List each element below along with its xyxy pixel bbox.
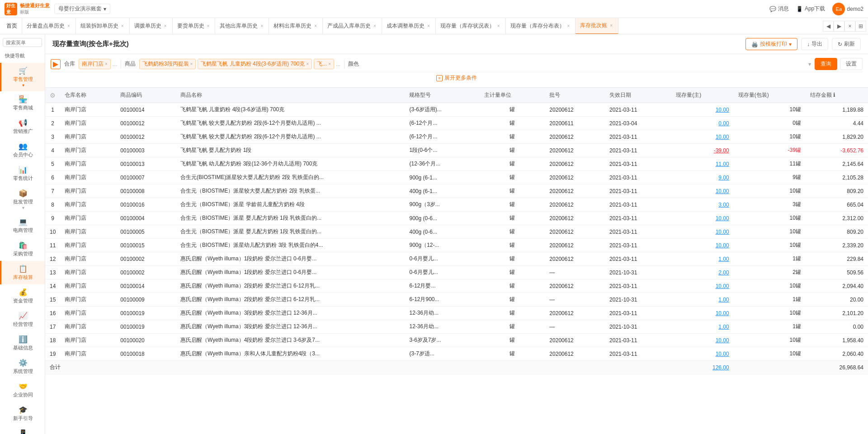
row-warehouse: 南岸门店	[60, 307, 116, 320]
sidebar-item-basic-info[interactable]: ℹ️ 基础信息	[0, 331, 45, 355]
tab-8[interactable]: 成本调整单历史 ×	[382, 18, 436, 34]
sidebar-item-retail-stats[interactable]: 📊 零售统计	[0, 162, 45, 185]
filter-expand-arrow[interactable]: ▶	[51, 59, 61, 69]
retail-stats-icon: 📊	[4, 165, 42, 174]
row-qty-main: 10.00	[671, 307, 733, 320]
row-code: 00100009	[116, 293, 176, 307]
sidebar-item-system[interactable]: ⚙️ 系统管理	[0, 355, 45, 378]
warehouse-tag-1[interactable]: 南岸门店 ×	[79, 59, 111, 69]
warehouse-tag-1-remove[interactable]: ×	[105, 61, 108, 66]
row-code: 00100020	[116, 334, 176, 347]
tab-home[interactable]: 首页	[2, 18, 22, 34]
sidebar-item-finance[interactable]: 💰 资金管理	[0, 284, 45, 308]
row-batch: 20200612	[545, 347, 605, 361]
row-amount: 2,312.00	[806, 212, 868, 225]
warehouse-more[interactable]: ...	[113, 61, 117, 67]
workspace-selector[interactable]: 母婴行业演示账套 ▾	[54, 4, 110, 14]
sidebar-item-member[interactable]: 👥 会员中心	[0, 138, 45, 162]
tab-close-btn[interactable]: ×	[844, 21, 855, 32]
row-warehouse: 南岸门店	[60, 184, 116, 198]
tab-3-close[interactable]: ×	[163, 23, 168, 29]
row-amount: 229.84	[806, 252, 868, 266]
product-tag-2-remove[interactable]: ×	[306, 61, 309, 66]
tab-3[interactable]: 调拨单历史 ×	[130, 18, 173, 34]
row-warehouse: 南岸门店	[60, 117, 116, 130]
print-btn[interactable]: 🖨️ 按模板打印 ▾	[745, 38, 797, 50]
tab-prev-btn[interactable]: ◀	[823, 21, 834, 32]
sidebar-item-operations[interactable]: 📈 经营管理	[0, 308, 45, 331]
tab-2[interactable]: 组装拆卸单历史 ×	[76, 18, 130, 34]
tab-1[interactable]: 分量盘点单历史 ×	[22, 18, 76, 34]
tab-9[interactable]: 现存量（库存状况表） ×	[436, 18, 506, 34]
tab-7-close[interactable]: ×	[373, 23, 377, 29]
tab-5[interactable]: 其他出库单历史 ×	[215, 18, 269, 34]
product-tag-2[interactable]: 飞鹤星飞帆 儿童奶粉 4段(3-6岁适用) 700克 ×	[198, 59, 312, 69]
sidebar-item-retail-mgmt[interactable]: 🛒 零售管理 ▾	[0, 63, 45, 91]
tab-10[interactable]: 现存量（库存分布表） ×	[506, 18, 576, 34]
row-amount: 2,060.40	[806, 347, 868, 361]
sidebar-item-inventory[interactable]: 📋 库存核算	[0, 261, 45, 284]
tab-9-close[interactable]: ×	[496, 23, 501, 29]
export-icon: ↓	[807, 41, 810, 47]
settings-btn[interactable]: 设置	[840, 58, 863, 70]
table-row: 4 南岸门店 00100003 飞鹤星飞帆 婴儿配方奶粉 1段 1段(0-6个.…	[45, 144, 868, 157]
color-filter-label: 颜色	[348, 60, 359, 68]
tab-11-close[interactable]: ×	[609, 23, 613, 28]
table-row: 16 南岸门店 00100019 惠氏启醒（Wyeth illuma）3段奶粉 …	[45, 307, 868, 320]
tab-1-close[interactable]: ×	[66, 23, 71, 29]
row-spec: 400g (6-1...	[405, 184, 479, 198]
tab-2-label: 组装拆卸单历史	[80, 22, 118, 30]
product-filter-label: 商品	[125, 60, 136, 68]
row-code: 00100019	[116, 307, 176, 320]
product-tag-3[interactable]: 飞... ×	[314, 59, 334, 69]
export-btn[interactable]: ↓ 导出	[801, 38, 828, 50]
sidebar-item-guide[interactable]: 🎓 新手引导	[0, 402, 45, 425]
user-profile[interactable]: Ea demo2	[832, 3, 863, 15]
tab-8-close[interactable]: ×	[426, 23, 431, 29]
tab-next-btn[interactable]: ▶	[834, 21, 844, 32]
sidebar-item-ecommerce[interactable]: 💻 电商管理	[0, 214, 45, 237]
sidebar-item-app-center[interactable]: 📱 应用中心	[0, 425, 45, 434]
retail-mall-icon: 🏪	[4, 95, 42, 104]
tab-10-close[interactable]: ×	[566, 23, 571, 29]
app-download-btn[interactable]: 📱 App下载	[796, 5, 825, 13]
tab-more-btn[interactable]: ⊞	[855, 21, 866, 32]
query-btn[interactable]: 查询	[815, 58, 837, 70]
row-qty-main: 10.00	[671, 225, 733, 239]
sidebar-item-marketing[interactable]: 📢 营销推广	[0, 115, 45, 138]
settings-gear-icon[interactable]: ⚙	[50, 92, 56, 99]
tab-11[interactable]: 库存批次账 ×	[576, 18, 618, 34]
row-no: 4	[45, 144, 60, 157]
row-no: 18	[45, 334, 60, 347]
product-tag-1-remove[interactable]: ×	[190, 61, 193, 66]
color-filter-arrow[interactable]: ▾	[808, 61, 811, 67]
tab-5-close[interactable]: ×	[259, 23, 264, 29]
message-btn[interactable]: 💬 消息	[769, 5, 789, 13]
row-unit: 罐	[480, 347, 545, 361]
row-name: 合生元(BIOSTIME)派星较大婴儿配方奶粉 2段 乳铁蛋白的...	[176, 171, 405, 184]
sidebar-nav-label[interactable]: 快捷导航	[0, 51, 45, 61]
row-no: 6	[45, 171, 60, 184]
tab-7-label: 产成品入库单历史	[327, 22, 371, 30]
tab-6[interactable]: 材料出库单历史 ×	[269, 18, 323, 34]
sidebar-item-purchase[interactable]: 🛍️ 采购管理	[0, 237, 45, 261]
refresh-btn[interactable]: ↻ 刷新	[832, 38, 861, 50]
search-input[interactable]	[3, 38, 42, 47]
row-qty-main: 11.00	[671, 157, 733, 171]
product-more[interactable]: ...	[336, 61, 340, 67]
row-warehouse: 南岸门店	[60, 252, 116, 266]
product-tag-3-remove[interactable]: ×	[328, 61, 331, 66]
tab-2-close[interactable]: ×	[120, 23, 125, 29]
tab-4[interactable]: 要货单历史 ×	[173, 18, 216, 34]
sidebar-item-wholesale[interactable]: 📦 批发管理 ▾	[0, 185, 45, 214]
row-unit: 罐	[480, 212, 545, 225]
row-qty-pkg: 11罐	[734, 157, 806, 171]
expand-more-btn[interactable]: ≡ 展开更多条件	[51, 72, 863, 84]
tab-7[interactable]: 产成品入库单历史 ×	[323, 18, 382, 34]
sidebar-item-retail-mall[interactable]: 🏪 零售商城	[0, 91, 45, 115]
tab-4-close[interactable]: ×	[206, 23, 211, 29]
tab-6-close[interactable]: ×	[313, 23, 318, 29]
sidebar-item-collab[interactable]: 🤝 企业协同	[0, 378, 45, 402]
product-tag-1[interactable]: 飞鹤奶粉3段丙提装 ×	[139, 59, 196, 69]
row-warehouse: 南岸门店	[60, 225, 116, 239]
